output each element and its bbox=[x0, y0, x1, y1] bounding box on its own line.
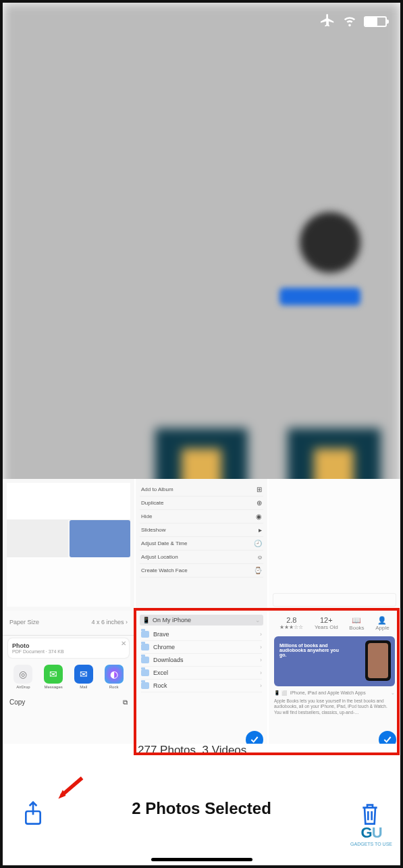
folder-list: Brave› Chrome› Downloads› Excel› Rock› bbox=[141, 628, 262, 692]
battery-icon bbox=[364, 16, 387, 27]
promo-card: Millions of books and audiobooks anywher… bbox=[274, 636, 395, 686]
thumbnail-blank[interactable] bbox=[269, 479, 400, 611]
hide-icon: ◉ bbox=[256, 513, 262, 520]
files-root[interactable]: 📱 On My iPhone ⌄ bbox=[140, 615, 263, 626]
home-indicator[interactable] bbox=[151, 858, 252, 861]
thumbnail-share-menu[interactable]: Add to Album⊞ Duplicate⊕ Hide◉ Slideshow… bbox=[136, 479, 267, 611]
share-button[interactable] bbox=[22, 800, 45, 827]
footer: 277 Photos, 3 Videos 2 Photos Selected bbox=[3, 744, 400, 865]
folder-rock[interactable]: Rock› bbox=[141, 680, 262, 692]
folder-icon bbox=[141, 682, 149, 689]
folder-icon bbox=[141, 631, 149, 638]
close-icon[interactable]: ✕ bbox=[121, 640, 126, 647]
status-bar bbox=[3, 3, 400, 40]
airplane-icon bbox=[321, 13, 335, 30]
folder-icon bbox=[141, 644, 149, 650]
folder-excel[interactable]: Excel› bbox=[141, 667, 262, 680]
library-counts: 277 Photos, 3 Videos bbox=[138, 744, 246, 757]
delete-button[interactable] bbox=[358, 800, 381, 827]
annotation-arrow bbox=[55, 773, 85, 806]
folder-downloads[interactable]: Downloads› bbox=[141, 654, 262, 667]
phone-frame: Add to Album⊞ Duplicate⊕ Hide◉ Slideshow… bbox=[0, 0, 403, 868]
mail-icon[interactable]: ✉ bbox=[74, 665, 93, 684]
logo-blur bbox=[300, 212, 360, 273]
folder-chrome[interactable]: Chrome› bbox=[141, 641, 262, 654]
photo-grid-blur bbox=[3, 3, 400, 543]
thumbnail-settings[interactable] bbox=[3, 479, 134, 611]
folder-icon bbox=[141, 669, 149, 676]
watch-icon: ⌚ bbox=[254, 567, 262, 574]
compat-row: 📱 ⬜ iPhone, iPad and Apple Watch Apps ⌄ bbox=[274, 690, 395, 696]
chevron-right-icon: › bbox=[260, 631, 262, 638]
phone-icon: 📱 bbox=[142, 617, 150, 623]
thumb-row-6: Paper Size 4 x 6 inches › Photo PDF Docu… bbox=[3, 611, 400, 752]
menu-list: Add to Album⊞ Duplicate⊕ Hide◉ Slideshow… bbox=[140, 483, 263, 578]
clock-icon: 🕘 bbox=[254, 540, 262, 547]
duplicate-icon: ⊕ bbox=[257, 499, 262, 507]
thumb-row-5: Add to Album⊞ Duplicate⊕ Hide◉ Slideshow… bbox=[3, 479, 400, 611]
thumbnail-files-app[interactable]: 📱 On My iPhone ⌄ Brave› Chrome› Download… bbox=[136, 611, 267, 752]
phone-mockup bbox=[365, 640, 391, 681]
thumbnail-share-sheet[interactable]: Paper Size 4 x 6 inches › Photo PDF Docu… bbox=[3, 611, 134, 752]
button-blur bbox=[279, 288, 360, 305]
slideshow-icon: ▸ bbox=[259, 526, 262, 534]
copy-label[interactable]: Copy bbox=[9, 698, 25, 707]
watermark: GU GADGETS TO USE bbox=[350, 824, 392, 846]
folder-brave[interactable]: Brave› bbox=[141, 628, 262, 641]
paper-size-value: 4 x 6 inches › bbox=[91, 619, 128, 626]
folder-icon bbox=[141, 657, 149, 663]
app-stats: 2.8★★★☆☆ 12+Years Old 📖Books 👤Apple bbox=[274, 616, 395, 631]
airdrop-icon[interactable]: ◎ bbox=[14, 665, 32, 684]
chevron-down-icon: ⌄ bbox=[255, 617, 261, 623]
chevron-right-icon: › bbox=[260, 644, 262, 650]
rock-icon[interactable]: ◐ bbox=[105, 665, 124, 684]
album-icon: ⊞ bbox=[257, 486, 262, 493]
paper-size-label: Paper Size bbox=[9, 619, 39, 626]
chevron-right-icon: › bbox=[260, 657, 262, 663]
app-description: Apple Books lets you lose yourself in th… bbox=[274, 698, 395, 715]
chevron-right-icon: › bbox=[260, 682, 262, 689]
wifi-icon bbox=[342, 13, 357, 30]
messages-icon[interactable]: ✉ bbox=[44, 665, 63, 684]
thumbnail-appstore-books[interactable]: 2.8★★★☆☆ 12+Years Old 📖Books 👤Apple Mill… bbox=[269, 611, 400, 752]
copy-icon[interactable]: ⧉ bbox=[123, 698, 128, 707]
location-icon: ⌾ bbox=[258, 553, 262, 561]
chevron-right-icon: › bbox=[260, 669, 262, 676]
photo-document-card: Photo PDF Document · 374 KB ✕ bbox=[8, 638, 129, 658]
